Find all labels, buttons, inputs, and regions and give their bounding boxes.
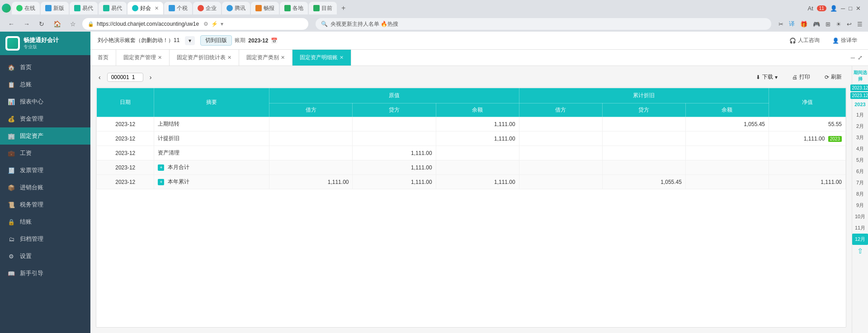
browser-tab-qiye[interactable]: 企业 bbox=[193, 2, 221, 14]
forward-button[interactable]: → bbox=[21, 19, 33, 28]
sidebar-label-settings: 设置 bbox=[20, 252, 32, 260]
right-panel-expand-icon[interactable]: ⇧ bbox=[857, 247, 863, 255]
url-input-box[interactable]: 🔒 https://cloud.chanjet.com/accounting/u… bbox=[82, 18, 308, 30]
sidebar-item-tax[interactable]: 📜 税务管理 bbox=[0, 196, 90, 213]
refresh-icon: ⟳ bbox=[825, 74, 829, 80]
month-3[interactable]: 3月 bbox=[852, 132, 868, 143]
undo-icon[interactable]: ↩ bbox=[847, 21, 852, 28]
sun-icon[interactable]: ☀ bbox=[836, 21, 841, 28]
browser-tab-tencent[interactable]: 腾讯 bbox=[222, 2, 250, 14]
home-button[interactable]: 🏠 bbox=[51, 19, 64, 28]
gamepad-icon[interactable]: 🎮 bbox=[813, 21, 820, 28]
browser-tab-muqian[interactable]: 目前 bbox=[309, 2, 337, 14]
user-profile-button[interactable]: 👤 徐译华 bbox=[829, 35, 861, 46]
print-button[interactable]: 🖨 打印 bbox=[788, 71, 815, 83]
refresh-button[interactable]: ⟳ 刷新 bbox=[820, 71, 846, 83]
month-8[interactable]: 8月 bbox=[852, 188, 868, 200]
sidebar-item-capital[interactable]: 💰 资金管理 bbox=[0, 110, 90, 127]
page-tab-depreciation[interactable]: 固定资产折旧统计表 ✕ bbox=[170, 50, 239, 66]
page-tab-detail[interactable]: 固定资产明细账 ✕ bbox=[292, 50, 351, 66]
window-expand-btn[interactable]: ⤢ bbox=[858, 54, 863, 61]
tab-label-tencent: 腾讯 bbox=[235, 5, 245, 12]
ledger-table: 日期 摘要 原值 累计折旧 净值 借方 贷方 余额 借方 bbox=[96, 88, 846, 189]
page-tab-asset-mgmt[interactable]: 固定资产管理 ✕ bbox=[116, 50, 170, 66]
sidebar-item-archive[interactable]: 🗂 归档管理 bbox=[0, 230, 90, 248]
sidebar-brand: 畅捷通好会计 专业版 bbox=[24, 37, 59, 51]
month-5[interactable]: 5月 bbox=[852, 155, 868, 166]
sidebar-item-invoice[interactable]: 🧾 发票管理 bbox=[0, 162, 90, 179]
sidebar-item-guide[interactable]: 📖 新手引导 bbox=[0, 265, 90, 282]
sidebar-item-ledger[interactable]: 📋 总账 bbox=[0, 76, 90, 93]
switch-version-button[interactable]: 切到旧版 bbox=[200, 35, 232, 46]
selected-date-start[interactable]: 2023.12 bbox=[850, 84, 868, 91]
scissors-icon[interactable]: ✂ bbox=[778, 21, 783, 28]
page-tab-home[interactable]: 首页 bbox=[90, 50, 116, 66]
account-selector[interactable]: ▾ bbox=[185, 36, 195, 45]
sidebar-item-asset[interactable]: 🏢 固定资产 bbox=[0, 127, 90, 145]
month-7[interactable]: 7月 bbox=[852, 177, 868, 188]
menu-icon[interactable]: ☰ bbox=[857, 21, 863, 28]
sidebar-label-report: 报表中心 bbox=[20, 98, 43, 106]
month-12[interactable]: 12月 bbox=[852, 234, 868, 245]
browser-tab-yidai1[interactable]: 易代 bbox=[70, 2, 98, 14]
selected-date-end[interactable]: 2023.12 bbox=[850, 92, 868, 99]
window-btn-minimize[interactable]: ─ bbox=[841, 5, 845, 12]
month-2[interactable]: 2月 bbox=[852, 121, 868, 132]
page-tab-category-close[interactable]: ✕ bbox=[281, 55, 285, 61]
refresh-button[interactable]: ↻ bbox=[36, 19, 47, 28]
window-btn-maximize[interactable]: □ bbox=[849, 5, 852, 12]
col-orig-credit: 贷方 bbox=[353, 103, 436, 117]
sidebar-item-salary[interactable]: 💼 工资 bbox=[0, 145, 90, 162]
browser-tab-haokuai[interactable]: 好会 ✕ bbox=[127, 2, 163, 14]
browser-tab-geshui[interactable]: 个税 bbox=[164, 2, 192, 14]
browser-tab-new[interactable]: 新版 bbox=[41, 2, 69, 14]
url-dropdown-icon[interactable]: ▾ bbox=[221, 21, 223, 27]
page-code-input[interactable]: 000001 1 bbox=[107, 73, 143, 82]
row1-acc-debit bbox=[519, 117, 602, 131]
row2-acc-credit bbox=[602, 131, 685, 146]
calendar-icon[interactable]: 📅 bbox=[271, 38, 278, 44]
browser-tab-chang[interactable]: 畅报 bbox=[251, 2, 279, 14]
tab-bar: 在线 新版 易代 易代 好会 ✕ 个税 企业 腾讯 bbox=[0, 0, 868, 16]
tab-close-haokuai[interactable]: ✕ bbox=[155, 5, 159, 11]
window-btn-profile[interactable]: 👤 bbox=[830, 5, 837, 12]
month-4[interactable]: 4月 bbox=[852, 143, 868, 155]
col-acc-credit: 贷方 bbox=[602, 103, 685, 117]
col-orig-debit: 借方 bbox=[269, 103, 353, 117]
sidebar-item-report[interactable]: 📊 报表中心 bbox=[0, 93, 90, 110]
browser-tab-gedi[interactable]: 各地 bbox=[280, 2, 308, 14]
browser-tab-online[interactable]: 在线 bbox=[12, 2, 40, 14]
help-button[interactable]: 🎧 人工咨询 bbox=[786, 35, 823, 46]
search-icon: 🔍 bbox=[321, 21, 328, 27]
prev-page-button[interactable]: ‹ bbox=[96, 73, 104, 82]
next-page-button[interactable]: › bbox=[147, 73, 155, 82]
browser-tab-yidai2[interactable]: 易代 bbox=[99, 2, 127, 14]
sidebar-item-home[interactable]: 🏠 首页 bbox=[0, 59, 90, 76]
month-9[interactable]: 9月 bbox=[852, 200, 868, 211]
grid-icon[interactable]: ⊞ bbox=[826, 21, 830, 28]
month-10[interactable]: 10月 bbox=[852, 211, 868, 222]
sidebar-item-trade[interactable]: 📦 进销台账 bbox=[0, 179, 90, 196]
month-1[interactable]: 1月 bbox=[852, 109, 868, 121]
bookmark-button[interactable]: ☆ bbox=[67, 19, 79, 28]
page-tab-category[interactable]: 固定资产类别 ✕ bbox=[239, 50, 292, 66]
download-button[interactable]: ⬇ 下载 ▾ bbox=[751, 71, 782, 83]
username-label: 徐译华 bbox=[841, 37, 857, 44]
back-button[interactable]: ← bbox=[5, 19, 17, 28]
page-tab-detail-close[interactable]: ✕ bbox=[340, 55, 344, 61]
window-minimize-btn[interactable]: ─ bbox=[851, 54, 855, 61]
col-orig-balance: 余额 bbox=[436, 103, 519, 117]
page-tab-depreciation-close[interactable]: ✕ bbox=[227, 55, 231, 61]
sidebar-label-archive: 归档管理 bbox=[20, 235, 43, 243]
translate-icon[interactable]: 译 bbox=[789, 20, 795, 28]
month-11[interactable]: 11月 bbox=[852, 222, 868, 234]
window-btn-close[interactable]: ✕ bbox=[856, 5, 861, 12]
search-input-box[interactable]: 🔍 央视更新主持人名单 🔥热搜 bbox=[316, 18, 771, 30]
sidebar-item-settings[interactable]: ⚙ 设置 bbox=[0, 248, 90, 265]
new-tab-button[interactable]: + bbox=[338, 2, 349, 14]
page-tab-asset-mgmt-close[interactable]: ✕ bbox=[158, 55, 162, 61]
table-row: 2023-12 计提折旧 1,111.00 1,111.00 bbox=[97, 131, 846, 146]
month-6[interactable]: 6月 bbox=[852, 166, 868, 177]
sidebar-item-close-account[interactable]: 🔒 结账 bbox=[0, 213, 90, 230]
reward-icon[interactable]: 🎁 bbox=[800, 21, 807, 28]
